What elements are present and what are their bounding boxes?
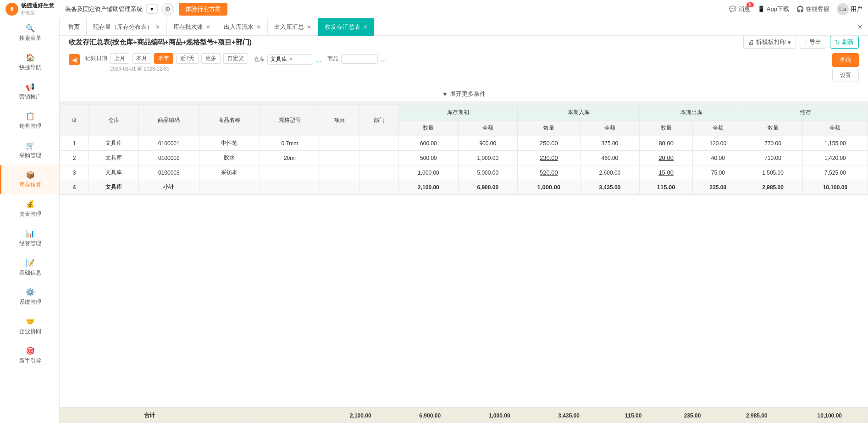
tab-inout-flow[interactable]: 出入库流水 ✕ (217, 18, 268, 36)
date-btn-this-year[interactable]: 本年 (154, 53, 173, 64)
filter-toggle-icon[interactable]: ◀ (69, 54, 80, 65)
sidebar-label-corp: 企业协同 (19, 328, 41, 335)
total-opening-amt: 6,900.00 (395, 408, 464, 423)
sidebar-item-search[interactable]: 🔍 搜索菜单 (0, 18, 59, 48)
row2-in-qty[interactable]: 230.00 (517, 151, 580, 165)
row3-out-amt: 75.00 (693, 165, 743, 180)
subtotal-no: 4 (60, 180, 89, 195)
sidebar-item-quick-nav[interactable]: 🏠 快捷导航 (0, 48, 59, 77)
sidebar-label-marketing: 营销推广 (19, 93, 41, 101)
row2-out-amt: 40.00 (693, 151, 743, 165)
row2-goods-code: 0100002 (138, 151, 199, 165)
filter-toggle-btn[interactable]: ◀ (69, 54, 80, 65)
print-button[interactable]: 🖨 拆模板打印 ▾ (743, 36, 796, 49)
row1-goods-code: 0100001 (138, 136, 199, 151)
goods-ellipsis[interactable]: ... (381, 55, 387, 63)
sidebar-label-basic: 基础信息 (19, 269, 41, 277)
date-btn-custom[interactable]: 自定义 (223, 53, 248, 64)
date-btn-last-month[interactable]: 上月 (110, 53, 129, 64)
row3-in-qty[interactable]: 520.00 (517, 165, 580, 180)
date-btn-more[interactable]: 更多 (201, 53, 221, 64)
online-support-item[interactable]: 🎧 在线客服 (796, 5, 829, 13)
experience-button[interactable]: 体验行业方案 (179, 3, 227, 16)
tab-close-batch[interactable]: ✕ (206, 24, 210, 30)
row2-out-qty[interactable]: 20.00 (640, 151, 693, 165)
query-button[interactable]: 查询 (832, 53, 859, 67)
gear-button[interactable]: ⚙ (161, 3, 174, 16)
subtotal-in-amt: 3,435.00 (580, 180, 639, 195)
table-settings-icon[interactable]: ⚙ (72, 117, 77, 124)
date-btn-7days[interactable]: 近7天 (176, 53, 199, 64)
tab-recv-send-summary[interactable]: 收发存汇总表 ✕ (318, 18, 375, 36)
sidebar-item-guide[interactable]: 🎯 新手引导 (0, 341, 59, 370)
corp-icon: 🤝 (26, 317, 35, 326)
row2-balance-qty: 710.00 (743, 151, 802, 165)
date-label: 记账日期 (85, 55, 107, 62)
system-selector[interactable]: ▾ (146, 4, 158, 14)
sidebar-label-purchase: 采购管理 (19, 152, 41, 159)
subtotal-in-qty[interactable]: 1,000.00 (517, 180, 580, 195)
page-content: 收发存汇总表(按仓库+商品编码+商品+规格型号+项目+部门) 🖨 拆模板打印 ▾… (60, 36, 868, 423)
top-right-area: 💬 消息 6 📱 App下载 🎧 在线客服 Ea 用户 (729, 3, 862, 15)
filter-settings-button[interactable]: 设置 (832, 69, 859, 82)
sidebar-item-sales[interactable]: 📋 销售管理 (0, 106, 59, 136)
row3-out-qty[interactable]: 15.00 (640, 165, 693, 180)
logo-main-text: 畅捷通好生意 (21, 2, 54, 10)
col-opening-group-header: 库存期初 (399, 105, 518, 121)
row3-no: 3 (60, 165, 89, 180)
sidebar-item-basic[interactable]: 📝 基础信息 (0, 253, 59, 282)
warehouse-ellipsis[interactable]: ... (316, 55, 322, 64)
row1-out-qty[interactable]: 80.00 (640, 136, 693, 151)
expand-conditions-button[interactable]: ▼ 展开更多条件 (442, 90, 486, 98)
tab-inout-summary[interactable]: 出入库汇总 ✕ (268, 18, 318, 36)
sidebar-item-system[interactable]: ⚙️ 系统管理 (0, 282, 59, 312)
warehouse-input[interactable]: 文具库 ✕ (267, 54, 313, 65)
user-area[interactable]: Ea 用户 (837, 3, 862, 15)
total-in-qty: 1,000.00 (464, 408, 534, 423)
subtotal-balance-amt: 10,100.00 (802, 180, 868, 195)
sidebar-item-finance[interactable]: 💰 资金管理 (0, 194, 59, 224)
sidebar-item-inventory[interactable]: 📦 库存核算 (0, 165, 59, 194)
sidebar-item-operation[interactable]: 📊 经营管理 (0, 224, 59, 253)
row2-goods-name: 胶水 (199, 151, 260, 165)
row1-in-qty[interactable]: 250.00 (517, 136, 580, 151)
app-download-item[interactable]: 📱 App下载 (757, 5, 789, 13)
row1-opening-amt: 900.00 (458, 136, 517, 151)
tab-home[interactable]: 首页 (61, 18, 87, 36)
subtotal-opening-amt: 6,900.00 (458, 180, 517, 195)
sidebar-item-corp[interactable]: 🤝 企业协同 (0, 312, 59, 341)
date-btn-this-month[interactable]: 本月 (132, 53, 151, 64)
table-area: ⚙ 仓库 商品编码 商品名称 规格型号 项目 部门 库存期初 本期入库 本期出库… (60, 104, 868, 407)
total-in-amt: 3,435.00 (534, 408, 603, 423)
message-icon-item[interactable]: 💬 消息 6 (729, 5, 750, 13)
tab-close-inout-summary[interactable]: ✕ (307, 24, 311, 30)
tab-close-inout-flow[interactable]: ✕ (256, 24, 261, 30)
sidebar-label-guide: 新手引导 (19, 357, 41, 365)
col-settings-header[interactable]: ⚙ (60, 105, 89, 136)
tab-close-inventory-dist[interactable]: ✕ (155, 24, 160, 30)
row1-opening-qty: 600.00 (399, 136, 458, 151)
tab-close-recv-send-summary[interactable]: ✕ (363, 24, 368, 30)
subtotal-label: 小计 (138, 180, 199, 195)
page-title: 收发存汇总表(按仓库+商品编码+商品+规格型号+项目+部门) (69, 38, 252, 47)
goods-input[interactable] (341, 54, 378, 64)
tab-batch[interactable]: 库存批次账 ✕ (167, 18, 217, 36)
warehouse-tag-remove[interactable]: ✕ (289, 56, 293, 62)
col-in-qty-header: 数量 (517, 121, 580, 136)
sales-icon: 📋 (26, 112, 35, 121)
total-row: 合计 2,100.00 6,900.00 1,000.00 3,435.00 1… (60, 408, 868, 423)
subtotal-out-qty[interactable]: 115.00 (640, 180, 693, 195)
row3-goods-name: 采访本 (199, 165, 260, 180)
refresh-button[interactable]: ↻ 刷新 (830, 36, 859, 49)
sidebar-label-operation: 经营管理 (19, 240, 41, 247)
row3-goods-spec (260, 165, 320, 180)
col-opening-amt-header: 金额 (458, 121, 517, 136)
total-balance-qty: 2,985.00 (722, 408, 791, 423)
export-button[interactable]: ↑ 导出 (800, 36, 827, 49)
row2-goods-spec: 20ml (260, 151, 320, 165)
tab-inventory-dist[interactable]: 现存量（库存分布表） ✕ (87, 18, 167, 36)
sidebar-item-marketing[interactable]: 📢 营销推广 (0, 77, 59, 106)
search-icon: 🔍 (26, 24, 35, 33)
sidebar-item-purchase[interactable]: 🛒 采购管理 (0, 136, 59, 165)
tabs-close-all[interactable]: ✕ (854, 23, 866, 30)
